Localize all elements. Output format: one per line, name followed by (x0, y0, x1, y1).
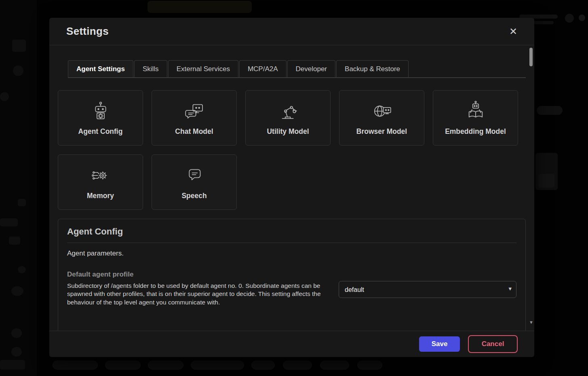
card-label: Speech (181, 192, 207, 200)
settings-card-grid: Agent Config Chat Model (58, 90, 526, 210)
default-agent-profile-field: Default agent profile Subdirectory of /a… (67, 270, 516, 306)
card-label: Memory (87, 192, 114, 200)
field-label: Default agent profile (67, 270, 329, 279)
save-button[interactable]: Save (419, 336, 460, 352)
modal-footer: Save Cancel (49, 331, 534, 357)
scrollbar-thumb[interactable] (529, 48, 533, 66)
section-separator (67, 243, 516, 243)
section-description: Agent parameters. (67, 249, 516, 258)
card-browser-model[interactable]: Browser Model (339, 90, 424, 146)
robot-book-icon (464, 100, 487, 123)
chat-monitor-icon (183, 100, 206, 123)
card-label: Browser Model (356, 127, 407, 136)
agent-config-section: Agent Config Agent parameters. Default a… (58, 219, 526, 331)
app-root: Settings ✕ Agent Settings Skills Externa… (0, 0, 588, 376)
robot-arm-icon (276, 100, 300, 123)
modal-scrollbar[interactable]: ▼ (529, 46, 533, 330)
tab-developer[interactable]: Developer (287, 60, 336, 77)
modal-content: Agent Settings Skills External Services … (49, 46, 534, 331)
tab-agent-settings[interactable]: Agent Settings (68, 60, 133, 77)
card-chat-model[interactable]: Chat Model (152, 90, 237, 146)
field-control: default ▾ (339, 281, 516, 298)
card-label: Agent Config (78, 127, 123, 136)
tab-external-services[interactable]: External Services (168, 60, 238, 77)
cancel-button[interactable]: Cancel (468, 335, 518, 353)
field-text: Default agent profile Subdirectory of /a… (67, 270, 329, 306)
card-agent-config[interactable]: Agent Config (58, 90, 143, 146)
scroll-down-arrow[interactable]: ▼ (529, 320, 533, 325)
default-agent-profile-select[interactable]: default (339, 281, 516, 298)
tab-skills[interactable]: Skills (134, 60, 167, 77)
globe-monitor-icon (370, 100, 394, 123)
tab-mcp-a2a[interactable]: MCP/A2A (239, 60, 287, 77)
speech-bubble-icon (183, 164, 206, 188)
field-description: Subdirectory of /agents folder to be use… (67, 282, 329, 306)
card-label: Utility Model (267, 127, 309, 136)
card-memory[interactable]: Memory (58, 154, 143, 210)
card-utility-model[interactable]: Utility Model (245, 90, 331, 146)
settings-modal: Settings ✕ Agent Settings Skills Externa… (49, 18, 534, 357)
card-embedding-model[interactable]: Embedding Model (433, 90, 518, 146)
card-label: Chat Model (175, 127, 213, 136)
tab-backup-restore[interactable]: Backup & Restore (336, 60, 409, 77)
card-speech[interactable]: Speech (152, 154, 237, 210)
robot-icon (89, 100, 112, 123)
modal-title: Settings (66, 25, 109, 38)
section-title: Agent Config (67, 226, 516, 237)
close-icon[interactable]: ✕ (509, 27, 517, 36)
tab-bar: Agent Settings Skills External Services … (68, 60, 526, 78)
chip-gear-icon (89, 164, 112, 188)
card-label: Embedding Model (445, 127, 506, 136)
modal-header: Settings ✕ (49, 18, 534, 45)
